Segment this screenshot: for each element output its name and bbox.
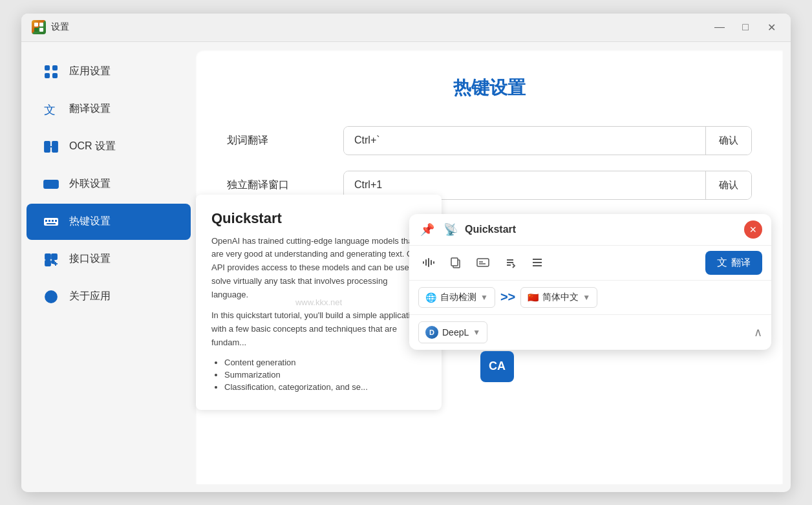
hotkey-row-0: 划词翻译 确认	[227, 126, 752, 155]
grid-icon	[42, 63, 60, 81]
svg-rect-3	[39, 28, 43, 32]
trans-lang-row: 🌐 自动检测 ▼ >> 🇨🇳 简体中文 ▼	[409, 281, 771, 315]
sidebar-label-app-settings: 应用设置	[69, 65, 111, 78]
expand-button[interactable]: ∧	[754, 325, 762, 339]
svg-rect-35	[451, 258, 458, 266]
waveform-icon[interactable]	[418, 252, 439, 273]
svg-rect-23	[52, 261, 54, 263]
trans-close-button[interactable]: ✕	[744, 220, 762, 239]
svg-rect-17	[52, 220, 54, 222]
svg-rect-15	[45, 220, 47, 222]
svg-rect-9	[45, 142, 50, 152]
menu-icon[interactable]	[527, 252, 548, 273]
source-lang-label: 自动检测	[440, 292, 476, 303]
source-lang-arrow: ▼	[480, 293, 488, 302]
sidebar: 应用设置 文 翻译设置 OCR 设置	[21, 42, 196, 492]
app-icon	[32, 20, 46, 34]
trans-panel-title: Quickstart	[465, 224, 739, 235]
sidebar-label-about: 关于应用	[69, 290, 111, 303]
minimize-button[interactable]: —	[710, 18, 729, 36]
hotkey-confirm-0[interactable]: 确认	[705, 127, 751, 155]
quickstart-title: Quickstart	[211, 210, 426, 227]
svg-rect-5	[52, 65, 58, 70]
sidebar-item-app-settings[interactable]: 应用设置	[27, 54, 191, 90]
svg-rect-29	[423, 261, 424, 264]
translate-icon: 文	[42, 100, 60, 118]
plugin-icon	[42, 250, 60, 268]
titlebar: 设置 — □ ✕	[21, 14, 791, 42]
hotkey-label-1: 独立翻译窗口	[227, 178, 330, 192]
target-lang-select[interactable]: 🇨🇳 简体中文 ▼	[520, 287, 597, 308]
sidebar-item-about[interactable]: 关于应用	[27, 279, 191, 315]
svg-rect-33	[433, 261, 434, 264]
close-button[interactable]: ✕	[762, 18, 780, 36]
broadcast-icon[interactable]: 📡	[442, 220, 460, 239]
ocr-icon	[42, 138, 60, 156]
svg-text:文: 文	[44, 103, 56, 116]
svg-rect-18	[55, 220, 57, 222]
trans-toolbar: 文 翻译	[409, 246, 771, 281]
svg-rect-31	[428, 258, 429, 267]
sidebar-label-translate-settings: 翻译设置	[69, 102, 111, 116]
translation-panel[interactable]: 📌 📡 Quickstart ✕	[409, 214, 771, 350]
source-flag-icon: 🌐	[425, 292, 436, 303]
translate-icon-btn: 文	[717, 256, 727, 270]
svg-rect-36	[477, 259, 489, 266]
window-controls: — □ ✕	[710, 18, 780, 36]
svg-rect-6	[45, 73, 50, 78]
sidebar-item-plugin-settings[interactable]: 接口设置	[27, 241, 191, 277]
engine-select[interactable]: D DeepL ▼	[418, 321, 487, 343]
pin-icon[interactable]: 📌	[418, 220, 436, 239]
svg-rect-30	[425, 259, 427, 266]
maximize-button[interactable]: □	[736, 18, 754, 36]
trans-engine-row: D DeepL ▼ ∧	[409, 315, 771, 350]
trans-panel-header: 📌 📡 Quickstart ✕	[409, 214, 771, 246]
svg-rect-13	[50, 180, 58, 188]
svg-rect-7	[52, 73, 58, 78]
svg-rect-16	[48, 220, 50, 222]
svg-rect-2	[34, 28, 38, 32]
target-lang-label: 简体中文	[542, 292, 579, 303]
external-icon	[42, 175, 60, 193]
translate-button[interactable]: 文 翻译	[705, 251, 762, 275]
sidebar-label-hotkey-settings: 热键设置	[69, 215, 111, 228]
sidebar-item-translate-settings[interactable]: 文 翻译设置	[27, 91, 191, 127]
list-item-1: Summarization	[224, 370, 426, 380]
svg-rect-32	[431, 260, 432, 265]
list-item-2: Classification, categorization, and se..…	[224, 382, 426, 392]
sidebar-label-plugin-settings: 接口设置	[69, 252, 111, 266]
target-lang-arrow: ▼	[582, 293, 590, 302]
quickstart-para1: OpenAI has trained cutting-edge language…	[211, 235, 426, 302]
svg-rect-1	[39, 23, 43, 27]
copy-icon[interactable]	[445, 252, 466, 273]
engine-label: DeepL	[442, 327, 469, 338]
page-title: 热键设置	[227, 76, 752, 100]
svg-rect-0	[34, 23, 38, 27]
source-lang-select[interactable]: 🌐 自动检测 ▼	[418, 287, 495, 308]
sidebar-item-external-settings[interactable]: 外联设置	[27, 166, 191, 202]
hotkey-input-0[interactable]	[344, 127, 705, 154]
collapse-icon[interactable]	[500, 252, 520, 273]
quickstart-doc[interactable]: Quickstart OpenAI has trained cutting-ed…	[196, 195, 442, 410]
hotkey-confirm-1[interactable]: 确认	[705, 171, 751, 199]
deepl-icon: D	[425, 326, 438, 339]
target-flag-icon: 🇨🇳	[528, 292, 539, 303]
translate-btn-label: 翻译	[731, 257, 751, 269]
svg-rect-21	[52, 254, 57, 259]
svg-rect-4	[45, 65, 50, 70]
lang-arrow-divider: >>	[500, 290, 515, 305]
window-title: 设置	[51, 21, 69, 33]
sidebar-item-ocr-settings[interactable]: OCR 设置	[27, 129, 191, 165]
caption-icon[interactable]	[473, 252, 493, 273]
info-icon	[42, 288, 60, 306]
quickstart-list: Content generation Summarization Classif…	[211, 358, 426, 392]
hotkey-label-0: 划词翻译	[227, 134, 330, 147]
sidebar-item-hotkey-settings[interactable]: 热键设置	[27, 204, 191, 240]
svg-rect-19	[47, 223, 56, 224]
sidebar-label-external-settings: 外联设置	[69, 177, 111, 191]
keyboard-icon	[42, 213, 60, 231]
svg-point-28	[50, 294, 52, 295]
quickstart-para2: In this quickstart tutorial, you'll buil…	[211, 309, 426, 349]
engine-arrow: ▼	[473, 328, 480, 337]
ca-badge[interactable]: CA	[480, 351, 514, 382]
